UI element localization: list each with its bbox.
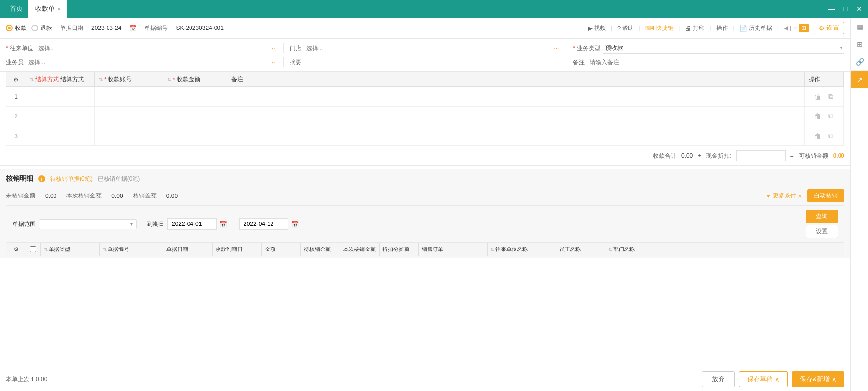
shortcut-icon: ⌨ xyxy=(645,25,654,32)
nav-arrow-left[interactable]: ◀ xyxy=(784,25,788,31)
sort-number-icon[interactable]: ⇅ xyxy=(103,247,107,252)
date-to-input[interactable] xyxy=(239,218,288,230)
calendar-to-icon[interactable]: 📅 xyxy=(291,221,299,228)
sidebar-link-icon[interactable]: 🔗 xyxy=(851,53,868,71)
summary-input[interactable] xyxy=(304,58,561,67)
fields-row-1: 往来单位 ··· 门店 ··· 业务类型 预收款 ▾ xyxy=(6,43,844,54)
row1-remarks[interactable] xyxy=(227,87,805,106)
minimize-btn[interactable]: — xyxy=(827,4,837,14)
sort-type-icon[interactable]: ⇅ xyxy=(44,247,48,252)
sort-icon-account[interactable]: ⇅ xyxy=(99,77,103,82)
partner-more-icon[interactable]: ··· xyxy=(269,45,277,52)
range-select[interactable]: ▾ xyxy=(39,219,137,229)
draft-btn-label: 保存草稿 xyxy=(747,375,773,384)
abandon-btn[interactable]: 放弃 xyxy=(702,371,735,387)
video-tool[interactable]: ▶ 视频 xyxy=(588,24,606,32)
tab-receipt[interactable]: 收款单 × xyxy=(28,0,67,18)
completed-label: 已核销单据(0笔) xyxy=(98,175,140,183)
bt-discount-header: 折扣分摊额 xyxy=(380,243,419,256)
filter-settings-btn[interactable]: 设置 xyxy=(806,225,838,238)
sort-dept-icon[interactable]: ⇅ xyxy=(608,247,612,252)
row3-remarks[interactable] xyxy=(227,126,805,145)
nav-home[interactable]: 首页 xyxy=(4,0,28,18)
col-action-header: 操作 xyxy=(805,72,844,86)
nav-layout-icon[interactable]: ≡ xyxy=(793,25,797,31)
auto-verify-btn[interactable]: 自动核销 xyxy=(807,189,844,202)
row1-settle[interactable] xyxy=(26,87,95,106)
bt-gear-cell[interactable]: ⚙ xyxy=(6,243,26,256)
save-new-btn[interactable]: 保存&新增 ∧ xyxy=(792,371,844,387)
footer: 本单上次 ℹ 0.00 放弃 保存草稿 ∧ 保存&新增 ∧ xyxy=(0,367,850,391)
sort-partner-icon[interactable]: ⇅ xyxy=(490,247,494,252)
row1-copy-icon[interactable]: ⧉ xyxy=(826,92,836,102)
remarks-field-group: 备注 xyxy=(573,58,844,67)
sidebar-grid-icon[interactable]: ⊞ xyxy=(851,35,868,53)
radio-refund[interactable]: 退款 xyxy=(31,24,52,32)
business-type-value: 预收款 xyxy=(605,44,838,52)
row1-amount[interactable] xyxy=(163,87,227,106)
row2-settle[interactable] xyxy=(26,107,95,126)
bt-current-label: 本次核销金额 xyxy=(343,246,376,253)
nav-grid-icon[interactable]: ⊞ xyxy=(799,24,809,32)
row3-delete-icon[interactable]: 🗑 xyxy=(813,131,823,141)
settings-button[interactable]: ⚙ 设置 xyxy=(814,22,844,34)
history-tool[interactable]: 📄 历史单据 xyxy=(739,24,772,32)
row2-copy-icon[interactable]: ⧉ xyxy=(826,112,836,121)
tab-close-icon[interactable]: × xyxy=(57,6,60,12)
row3-account[interactable] xyxy=(95,126,163,145)
info-icon[interactable]: i xyxy=(38,175,45,182)
shortcut-tool[interactable]: ⌨ 快捷键 xyxy=(645,24,674,32)
salesperson-input[interactable] xyxy=(27,58,266,67)
close-btn[interactable]: ✕ xyxy=(854,4,864,14)
tab-label: 收款单 xyxy=(35,4,54,13)
date-from-input[interactable] xyxy=(167,218,217,230)
draft-btn[interactable]: 保存草稿 ∧ xyxy=(739,371,788,387)
partner-input[interactable] xyxy=(36,44,266,53)
sort-icon-settle[interactable]: ⇅ xyxy=(30,77,34,82)
cash-discount-input[interactable] xyxy=(736,150,786,161)
maximize-btn[interactable]: □ xyxy=(841,4,850,14)
query-btn[interactable]: 查询 xyxy=(806,210,838,223)
radio-receipt[interactable]: 收款 xyxy=(6,24,27,32)
print-tool[interactable]: 🖨 打印 xyxy=(685,24,705,32)
sort-icon-amount[interactable]: ⇅ xyxy=(167,77,171,82)
more-conditions-label: 更多条件 xyxy=(773,192,796,200)
current-verify-label: 本次核销金额 xyxy=(66,192,102,200)
row1-account[interactable] xyxy=(95,87,163,106)
help-tool[interactable]: ? 帮助 xyxy=(617,24,634,32)
footer-info: 本单上次 ℹ 0.00 xyxy=(6,375,47,384)
sidebar-expand-icon[interactable]: ↗ xyxy=(851,71,868,88)
row2-delete-icon[interactable]: 🗑 xyxy=(813,112,823,121)
row1-delete-icon[interactable]: 🗑 xyxy=(813,92,823,102)
due-date-label: 到期日 xyxy=(147,220,164,228)
row3-settle[interactable] xyxy=(26,126,95,145)
row2-account[interactable] xyxy=(95,107,163,126)
more-conditions-btn[interactable]: ▼ 更多条件 ∧ xyxy=(765,192,802,200)
table-gear-cell[interactable]: ⚙ xyxy=(6,72,26,86)
row3-copy-icon[interactable]: ⧉ xyxy=(826,131,836,141)
calendar-icon[interactable]: 📅 xyxy=(129,25,136,31)
stats-row: 未核销金额 0.00 本次核销金额 0.00 核销差额 0.00 ▼ 更多条件 … xyxy=(0,186,850,205)
remarks-label: 备注 xyxy=(573,58,585,67)
bt-due-header: 收款到期日 xyxy=(213,243,262,256)
remarks-input[interactable] xyxy=(588,58,844,67)
store-more-icon[interactable]: ··· xyxy=(552,45,561,52)
sidebar-table-icon[interactable]: ▦ xyxy=(851,18,868,35)
col-amount-header: ⇅ * 收款金额 xyxy=(163,72,227,86)
bt-dept-label: 部门名称 xyxy=(613,246,635,253)
pending-label[interactable]: 待核销单据(0笔) xyxy=(50,175,93,183)
row2-amount[interactable] xyxy=(163,107,227,126)
row2-remarks[interactable] xyxy=(227,107,805,126)
plus-sign: + xyxy=(698,152,701,159)
business-type-select[interactable]: 预收款 ▾ xyxy=(603,43,844,54)
store-input[interactable] xyxy=(304,44,549,53)
select-all-checkbox[interactable] xyxy=(30,246,36,252)
bt-amount-header: 金额 xyxy=(262,243,301,256)
salesperson-more-icon[interactable]: ··· xyxy=(269,59,277,66)
date-value: 2023-03-24 xyxy=(91,25,121,31)
calendar-from-icon[interactable]: 📅 xyxy=(219,221,227,228)
row3-amount[interactable] xyxy=(163,126,227,145)
bt-checkbox-cell[interactable] xyxy=(26,243,41,256)
col-account-text: 收款账号 xyxy=(108,75,132,84)
operations-tool[interactable]: 操作 xyxy=(716,24,728,32)
